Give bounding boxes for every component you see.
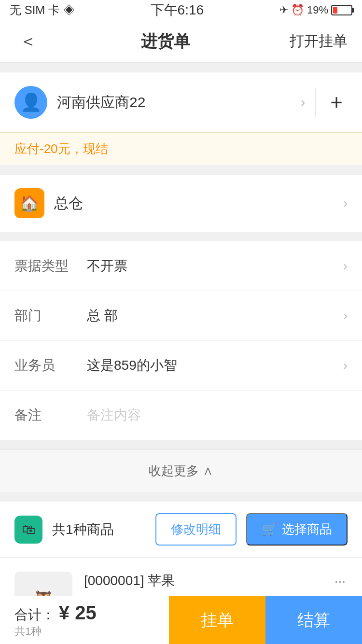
product-name: [0000001] 苹果 (84, 572, 321, 590)
product-header-icon: 🛍 (14, 516, 42, 544)
warehouse-icon: 🏠 (14, 188, 44, 218)
bottom-bar: 合计： ¥ 25 共1种 挂单 结算 (0, 596, 362, 644)
invoice-type-row[interactable]: 票据类型 不开票 › (0, 241, 362, 291)
warehouse-section: 🏠 总仓 › (0, 175, 362, 232)
invoice-value: 不开票 (87, 257, 338, 275)
alarm-icon: ⏰ (291, 4, 304, 16)
department-row[interactable]: 部门 总 部 › (0, 291, 362, 341)
supplier-chevron-icon: › (301, 95, 305, 110)
total-row: 合计： ¥ 25 (14, 602, 154, 624)
add-supplier-button[interactable]: + (325, 90, 348, 114)
warehouse-emoji: 🏠 (20, 194, 39, 212)
shopping-bag-icon: 🛍 (22, 521, 35, 537)
salesman-value: 这是859的小智 (87, 356, 338, 375)
navigation-icon: ✈ (279, 4, 288, 16)
back-button[interactable]: ＜ (14, 25, 42, 58)
battery-percent: 19% (307, 4, 328, 16)
department-label: 部门 (14, 307, 77, 325)
avatar-icon: 👤 (20, 92, 42, 112)
salesman-label: 业务员 (14, 356, 77, 375)
open-hang-button[interactable]: 打开挂单 (290, 31, 348, 51)
remark-input[interactable]: 备注内容 (87, 406, 348, 424)
product-more-button[interactable]: ··· (333, 572, 348, 591)
nav-bar: ＜ 进货单 打开挂单 (0, 20, 362, 63)
invoice-label: 票据类型 (14, 257, 77, 275)
invoice-chevron-icon: › (343, 258, 348, 274)
cart-icon: 🛒 (262, 522, 277, 537)
salesman-row[interactable]: 业务员 这是859的小智 › (0, 341, 362, 391)
notice-banner: 应付-20元，现结 (0, 132, 362, 165)
warehouse-name: 总仓 (54, 194, 338, 213)
product-code: [0000001] (84, 573, 144, 588)
total-amount: ¥ 25 (59, 602, 97, 623)
select-product-button[interactable]: 🛒 选择商品 (246, 513, 348, 546)
select-product-label: 选择商品 (282, 521, 332, 538)
total-count: 共1种 (14, 624, 154, 639)
form-section: 票据类型 不开票 › 部门 总 部 › 业务员 这是859的小智 › 备注 备注… (0, 241, 362, 440)
supplier-row[interactable]: 👤 河南供应商22 › + (0, 72, 362, 132)
collapse-toggle[interactable]: 收起更多 ∧ (0, 449, 362, 492)
battery-fill (333, 7, 337, 14)
modify-detail-button[interactable]: 修改明细 (155, 513, 237, 546)
total-section: 合计： ¥ 25 共1种 (0, 602, 169, 639)
sim-status: 无 SIM 卡 ◈ (10, 2, 75, 18)
remark-row[interactable]: 备注 备注内容 (0, 391, 362, 440)
remark-label: 备注 (14, 406, 77, 424)
product-title: 苹果 (148, 573, 175, 588)
supplier-name: 河南供应商22 (57, 93, 296, 112)
product-count: 共1种商品 (52, 520, 146, 539)
supplier-avatar: 👤 (14, 86, 47, 119)
department-chevron-icon: › (343, 308, 348, 323)
salesman-chevron-icon: › (343, 358, 348, 373)
product-header: 🛍 共1种商品 修改明细 🛒 选择商品 (0, 502, 362, 557)
battery-icon (331, 5, 352, 15)
section-gap-1 (0, 63, 362, 72)
status-left: 无 SIM 卡 ◈ (10, 2, 75, 18)
department-value: 总 部 (87, 307, 338, 325)
status-right: ✈ ⏰ 19% (279, 4, 352, 16)
hang-button[interactable]: 挂单 (169, 596, 265, 644)
warehouse-row[interactable]: 🏠 总仓 › (0, 175, 362, 232)
total-label: 合计： (14, 607, 55, 622)
warehouse-chevron-icon: › (343, 196, 348, 211)
page-title: 进货单 (141, 30, 190, 53)
checkout-button[interactable]: 结算 (265, 596, 362, 644)
status-bar: 无 SIM 卡 ◈ 下午6:16 ✈ ⏰ 19% (0, 0, 362, 20)
supplier-section: 👤 河南供应商22 › + 应付-20元，现结 (0, 72, 362, 165)
status-time: 下午6:16 (151, 1, 204, 19)
supplier-divider (315, 88, 316, 117)
